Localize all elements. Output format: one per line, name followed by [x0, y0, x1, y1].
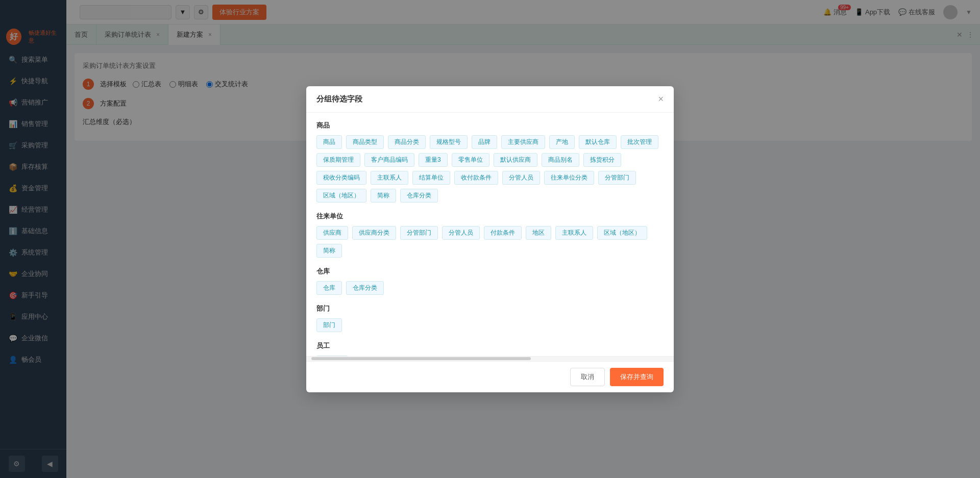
field-tag-0-12[interactable]: 零售单位 — [452, 153, 489, 167]
field-tag-0-18[interactable]: 结算单位 — [412, 171, 450, 185]
field-tag-1-8[interactable]: 简称 — [316, 244, 342, 258]
field-tag-0-2[interactable]: 商品分类 — [388, 135, 426, 149]
field-tag-2-0[interactable]: 仓库 — [316, 281, 342, 295]
field-tag-0-9[interactable]: 保质期管理 — [316, 153, 360, 167]
hscroll-thumb[interactable] — [311, 357, 531, 360]
field-section-2: 仓库仓库仓库分类 — [316, 267, 664, 295]
section-title-2: 仓库 — [316, 267, 664, 276]
modal-body[interactable]: 商品商品商品类型商品分类规格型号品牌主要供应商产地默认仓库批次管理保质期管理客户… — [306, 113, 674, 357]
field-section-3: 部门部门 — [316, 304, 664, 332]
field-tags-0: 商品商品类型商品分类规格型号品牌主要供应商产地默认仓库批次管理保质期管理客户商品… — [316, 135, 664, 203]
modal-footer: 取消 保存并查询 — [306, 361, 674, 392]
modal-hscrollbar[interactable] — [306, 356, 674, 361]
modal-close-btn[interactable]: × — [658, 94, 664, 104]
section-title-1: 往来单位 — [316, 212, 664, 221]
field-tag-1-3[interactable]: 分管人员 — [442, 226, 480, 240]
field-tag-0-19[interactable]: 收付款条件 — [454, 171, 498, 185]
field-tag-0-21[interactable]: 往来单位分类 — [544, 171, 594, 185]
field-tag-0-22[interactable]: 分管部门 — [598, 171, 636, 185]
field-tag-0-20[interactable]: 分管人员 — [502, 171, 540, 185]
modal-header: 分组待选字段 × — [306, 86, 674, 113]
field-tag-1-7[interactable]: 区域（地区） — [597, 226, 647, 240]
field-tag-0-13[interactable]: 默认供应商 — [494, 153, 537, 167]
field-tag-1-6[interactable]: 主联系人 — [555, 226, 593, 240]
section-title-3: 部门 — [316, 304, 664, 313]
field-tag-0-16[interactable]: 税收分类编码 — [316, 171, 366, 185]
field-tag-3-0[interactable]: 部门 — [316, 318, 342, 332]
section-title-4: 员工 — [316, 341, 664, 350]
field-tag-1-1[interactable]: 供应商分类 — [352, 226, 396, 240]
field-tag-0-6[interactable]: 产地 — [549, 135, 575, 149]
cancel-button[interactable]: 取消 — [570, 368, 605, 386]
field-tag-0-25[interactable]: 仓库分类 — [400, 189, 438, 203]
field-section-1: 往来单位供应商供应商分类分管部门分管人员付款条件地区主联系人区域（地区）简称 — [316, 212, 664, 258]
field-tag-0-8[interactable]: 批次管理 — [621, 135, 658, 149]
field-tag-0-11[interactable]: 重量3 — [419, 153, 448, 167]
field-tag-0-3[interactable]: 规格型号 — [430, 135, 468, 149]
field-tag-1-5[interactable]: 地区 — [526, 226, 551, 240]
field-tag-1-0[interactable]: 供应商 — [316, 226, 348, 240]
field-tag-0-4[interactable]: 品牌 — [472, 135, 497, 149]
field-tag-0-10[interactable]: 客户商品编码 — [364, 153, 414, 167]
field-tags-2: 仓库仓库分类 — [316, 281, 664, 295]
field-tag-2-1[interactable]: 仓库分类 — [346, 281, 384, 295]
field-tags-3: 部门 — [316, 318, 664, 332]
field-tag-1-2[interactable]: 分管部门 — [400, 226, 438, 240]
modal-title: 分组待选字段 — [316, 94, 362, 104]
section-title-0: 商品 — [316, 121, 664, 130]
field-tag-1-4[interactable]: 付款条件 — [484, 226, 522, 240]
field-tag-0-14[interactable]: 商品别名 — [542, 153, 579, 167]
field-tag-0-17[interactable]: 主联系人 — [371, 171, 408, 185]
field-tag-0-7[interactable]: 默认仓库 — [579, 135, 617, 149]
field-tag-0-5[interactable]: 主要供应商 — [501, 135, 545, 149]
field-tag-0-24[interactable]: 简称 — [371, 189, 396, 203]
field-section-0: 商品商品商品类型商品分类规格型号品牌主要供应商产地默认仓库批次管理保质期管理客户… — [316, 121, 664, 203]
field-section-4: 员工业务员 — [316, 341, 664, 357]
field-tag-0-1[interactable]: 商品类型 — [346, 135, 384, 149]
field-tag-0-15[interactable]: 拣货积分 — [583, 153, 621, 167]
field-tags-1: 供应商供应商分类分管部门分管人员付款条件地区主联系人区域（地区）简称 — [316, 226, 664, 258]
field-tag-0-23[interactable]: 区域（地区） — [316, 189, 366, 203]
confirm-button[interactable]: 保存并查询 — [610, 368, 664, 386]
field-select-modal: 分组待选字段 × 商品商品商品类型商品分类规格型号品牌主要供应商产地默认仓库批次… — [306, 86, 674, 392]
field-tag-0-0[interactable]: 商品 — [316, 135, 342, 149]
